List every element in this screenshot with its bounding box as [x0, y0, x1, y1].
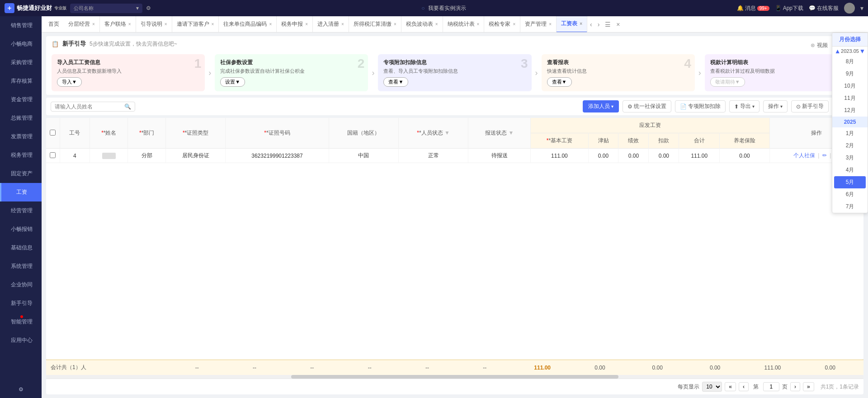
page-input[interactable] [763, 382, 779, 391]
guide-step-5-btn[interactable]: 敬请期待▼ [710, 77, 745, 87]
tab-close-7[interactable]: × [394, 22, 396, 27]
guide-step-2-btn[interactable]: 设置▼ [220, 77, 245, 87]
add-person-btn[interactable]: 添加人员 ▾ [583, 100, 619, 112]
month-item-9[interactable]: 9月 [832, 68, 868, 80]
page-first-btn[interactable]: « [725, 382, 736, 391]
online-service-btn[interactable]: 💬 在线客服 [809, 5, 839, 12]
guide-step-4-btn[interactable]: 查看▼ [547, 77, 572, 87]
month-item-11[interactable]: 11月 [832, 92, 868, 104]
tab-home[interactable]: 首页 [44, 20, 64, 28]
tab-12[interactable]: 工资表× [557, 16, 587, 33]
tab-1[interactable]: 客户联络× [100, 16, 136, 33]
user-menu-icon[interactable]: ▾ [860, 5, 863, 12]
row-sendstatus: 待报送 [468, 149, 531, 163]
tab-close-10[interactable]: × [513, 22, 515, 27]
th-empid: 工号 [60, 118, 90, 149]
sidebar-gear-btn[interactable]: ⚙ [0, 381, 42, 398]
page-size-select[interactable]: 10 [702, 382, 722, 392]
month-item-7[interactable]: 7月 [832, 201, 868, 213]
page-prev-btn[interactable]: ‹ [739, 382, 749, 391]
sidebar-item-expense[interactable]: 小畅报销 [0, 220, 42, 239]
user-avatar[interactable] [844, 3, 855, 14]
tab-close-8[interactable]: × [435, 22, 438, 27]
tab-close-1[interactable]: × [128, 22, 131, 27]
notification-btn[interactable]: 🔔 消息 99+ [737, 5, 769, 12]
horizontal-scrollbar[interactable] [46, 375, 863, 379]
sidebar-item-finance[interactable]: 资金管理 [0, 90, 42, 109]
sidebar-item-sales[interactable]: 销售管理 [0, 16, 42, 35]
special-deduction-btn[interactable]: 📄 专项附加扣除 [675, 100, 726, 112]
guide-btn[interactable]: ⊙ 新手引导 [791, 100, 829, 112]
sidebar-item-appcenter[interactable]: 应用中心 [0, 331, 42, 350]
tab-close-9[interactable]: × [477, 22, 480, 27]
sidebar-item-ecommerce[interactable]: 小畅电商 [0, 35, 42, 53]
month-item-4[interactable]: 4月 [832, 164, 868, 176]
tab-close-5[interactable]: × [305, 22, 308, 27]
tab-4[interactable]: 往来单位商品编码× [219, 16, 277, 33]
guide-video-btn[interactable]: ⊙ 视频 [811, 42, 827, 49]
tab-2[interactable]: 引导说明× [136, 16, 172, 33]
tab-nav-close-all[interactable]: × [613, 21, 623, 28]
month-item-10[interactable]: 10月 [832, 80, 868, 92]
sidebar-item-tax[interactable]: 税务管理 [0, 146, 42, 164]
sidebar-item-salary[interactable]: 工资 [0, 183, 42, 201]
search-input[interactable] [55, 103, 123, 110]
month-item-2[interactable]: 2月 [832, 140, 868, 152]
page-last-btn[interactable]: » [803, 382, 814, 391]
guide-step-1-btn[interactable]: 导入▼ [57, 77, 82, 87]
unified-setting-btn[interactable]: ⚙ 统一社保设置 [623, 100, 671, 112]
sidebar-item-ops[interactable]: 经营管理 [0, 201, 42, 220]
tab-close-2[interactable]: × [165, 22, 167, 27]
tab-8[interactable]: 税负波动表× [401, 16, 443, 33]
month-item-8[interactable]: 8月 [832, 56, 868, 68]
tab-close-0[interactable]: × [92, 22, 95, 27]
tab-6[interactable]: 进入清册× [313, 16, 349, 33]
guide-step-3-btn[interactable]: 查看▼ [383, 77, 408, 87]
tab-close-4[interactable]: × [269, 22, 272, 27]
settings-icon[interactable]: ⚙ [146, 5, 151, 11]
page-next-btn[interactable]: › [790, 382, 800, 391]
tab-close-11[interactable]: × [549, 22, 552, 27]
month-item-5[interactable]: 5月 [834, 176, 866, 188]
export-btn[interactable]: ⬆ 导出 ▾ [729, 100, 760, 112]
month-item-6[interactable]: 6月 [832, 188, 868, 201]
operation-btn[interactable]: 操作 ▾ [763, 100, 788, 112]
sidebar-item-purchase[interactable]: 采购管理 [0, 53, 42, 72]
tab-7[interactable]: 所得税汇算清缴× [349, 16, 401, 33]
sidebar-item-collab[interactable]: 企业协同 [0, 276, 42, 294]
tab-nav-next[interactable]: › [595, 21, 603, 28]
month-item-12[interactable]: 12月 [832, 104, 868, 117]
sidebar-item-basic[interactable]: 基础信息 [0, 239, 42, 257]
month-year-down-btn[interactable]: ▼ [859, 47, 866, 55]
sidebar-item-ai[interactable]: 智能管理 [0, 313, 42, 331]
row-op-social[interactable]: 个人社保 [793, 152, 815, 159]
month-year-2025[interactable]: 2025 [832, 117, 868, 127]
tab-close-6[interactable]: × [341, 22, 344, 27]
tab-close-3[interactable]: × [212, 22, 214, 27]
tab-3[interactable]: 邀请下游客户× [172, 16, 219, 33]
tab-10[interactable]: 税检专家× [484, 16, 520, 33]
select-all-checkbox[interactable] [50, 130, 56, 136]
sidebar-item-ledger[interactable]: 总账管理 [0, 109, 42, 127]
demo-link[interactable]: ○ 我要看实例演示 [421, 5, 466, 12]
app-download-btn[interactable]: 📱 App下载 [775, 5, 803, 12]
tab-nav-menu[interactable]: ☰ [602, 21, 613, 28]
sidebar-item-system[interactable]: 系统管理 [0, 257, 42, 276]
row-select-checkbox[interactable] [50, 152, 56, 158]
sidebar-item-inventory[interactable]: 库存核算 [0, 72, 42, 90]
tab-9[interactable]: 纳税统计表× [443, 16, 485, 33]
month-year-up-btn[interactable]: ▲ [834, 47, 841, 55]
search-icon[interactable]: 🔍 [124, 103, 131, 110]
tab-11[interactable]: 资产管理× [520, 16, 557, 33]
sidebar-item-assets[interactable]: 固定资产 [0, 164, 42, 183]
sidebar-item-invoice[interactable]: 发票管理 [0, 127, 42, 146]
month-item-1[interactable]: 1月 [832, 127, 868, 140]
sidebar-item-guide[interactable]: 新手引导 [0, 294, 42, 313]
month-item-3[interactable]: 3月 [832, 152, 868, 164]
tab-close-12[interactable]: × [580, 21, 582, 26]
company-dropdown-icon[interactable]: ▾ [136, 5, 139, 11]
tab-nav-prev[interactable]: ‹ [587, 21, 595, 28]
tab-0[interactable]: 分层经营× [64, 16, 100, 33]
tab-5[interactable]: 税务申报× [277, 16, 313, 33]
row-op-edit[interactable]: ✏ [822, 152, 827, 159]
